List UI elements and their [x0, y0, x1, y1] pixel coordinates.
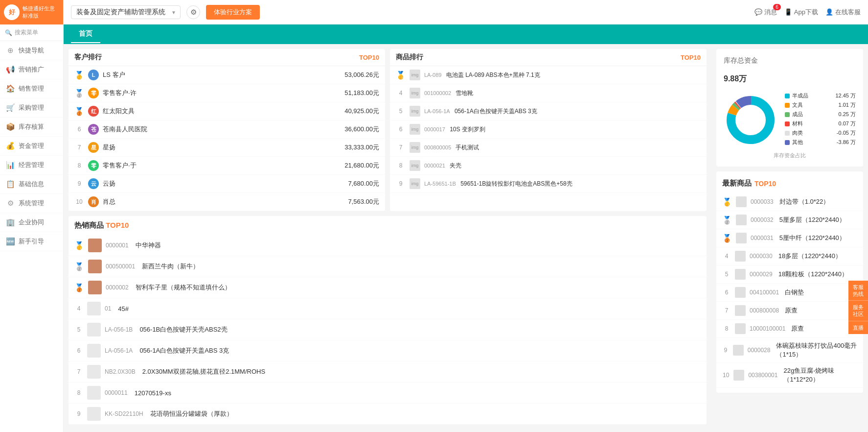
- product-code: 000800008: [750, 307, 779, 314]
- customer-avatar: 零: [88, 160, 99, 171]
- product-thumbnail: [736, 196, 747, 207]
- customer-amount: 40,925.00元: [344, 107, 379, 116]
- search-menu[interactable]: 🔍 搜索菜单: [0, 24, 63, 41]
- sidebar-item-guide[interactable]: 🆕 新手引导: [0, 232, 63, 251]
- product-name: 5厘多层（1220*2440）: [779, 216, 845, 224]
- medal-icon: 🥉: [74, 107, 84, 116]
- product-code: 001000002: [424, 90, 451, 96]
- product-ranking-top: TOP10: [681, 54, 701, 61]
- customer-row: 🥇 L LS 客户 53,006.26元: [69, 66, 385, 84]
- product-name: 夹壳: [450, 162, 461, 169]
- customer-name: 零售客户·于: [103, 161, 341, 170]
- customer-name: 星扬: [103, 143, 341, 152]
- legend-label: 肉类: [792, 129, 834, 137]
- sidebar-label-system: 系统管理: [19, 199, 44, 208]
- sidebar-item-sales[interactable]: 🏠 销售管理: [0, 79, 63, 98]
- donut-legend: 半成品 12.45 万 文具 1.01 万 成品 0.25 万 材料 0.07 …: [785, 92, 856, 148]
- donut-container: 半成品 12.45 万 文具 1.01 万 成品 0.25 万 材料 0.07 …: [724, 92, 856, 148]
- product-code: 004100001: [750, 289, 779, 296]
- rank-number: 9: [74, 180, 84, 187]
- customer-row: 8 零 零售客户·于 21,680.00元: [69, 157, 385, 175]
- header-right: 💬 消息 6 📱 App下载 👤 在线客服: [754, 8, 861, 17]
- new-product-row: 9 0000028 体碗荔枝味苏打饮品400毫升（1*15）: [716, 338, 863, 363]
- product-name: 10S 变刹罗刹: [450, 126, 485, 133]
- hot-products-header: 热销商品 TOP10: [69, 216, 707, 235]
- sidebar-item-basic-info[interactable]: 📋 基础信息: [0, 175, 63, 194]
- guide-icon: 🆕: [6, 237, 15, 246]
- product-name: 体碗荔枝味苏打饮品400毫升（1*15）: [776, 341, 857, 359]
- service-community-float-button[interactable]: 服务社区: [848, 301, 868, 321]
- rank-number: 8: [722, 325, 731, 332]
- product-ranking-title: 商品排行: [396, 53, 423, 62]
- rank-number: 5: [722, 271, 731, 278]
- sidebar-label-purchase: 采购管理: [19, 103, 44, 112]
- product-row: 9 img LA-59651-1B 59651-1B旋转投影灯电池盒ABS黑色+…: [390, 175, 707, 193]
- customer-row: 🥉 红 红太阳文具 40,925.00元: [69, 102, 385, 120]
- app-download-button[interactable]: 📱 App下载: [784, 8, 818, 17]
- legend-label: 材料: [792, 120, 836, 127]
- rank-number: 6: [722, 289, 731, 296]
- product-code: 01: [105, 305, 111, 312]
- product-name: 封边带（1.0*22）: [779, 197, 830, 206]
- hot-product-row: 🥈 000500001 新西兰牛肉（新牛）: [69, 256, 707, 277]
- rank-number: 4: [74, 305, 83, 312]
- legend-dot: [785, 112, 790, 117]
- legend-value: 12.45 万: [835, 92, 856, 99]
- feedback-float-button[interactable]: 直播: [848, 321, 868, 334]
- content-body: 客户排行 TOP10 🥇 L LS 客户 53,006.26元🥈 零 零售客户·…: [64, 44, 868, 432]
- product-code: 0000001: [106, 242, 129, 249]
- legend-dot: [785, 140, 790, 145]
- new-products-list: 🥇 0000033 封边带（1.0*22）🥈 0000032 5厘多层（1220…: [716, 193, 863, 388]
- product-info: 0000021 夹壳: [424, 162, 701, 170]
- product-thumb: img: [410, 88, 420, 98]
- customer-avatar: 星: [88, 142, 99, 153]
- new-products-panel: 最新商品 TOP10 🥇 0000033 封边带（1.0*22）🥈 000003…: [716, 171, 863, 393]
- product-thumb: img: [410, 160, 420, 171]
- product-info: LA-089 电池盖 LA-089 ABS本色+黑种 7.1克: [424, 71, 701, 79]
- customer-name: LS 客户: [103, 71, 341, 79]
- trial-button[interactable]: 体验行业方案: [206, 5, 260, 20]
- logo-text: 畅捷通好生意 标准版: [23, 5, 55, 20]
- product-code: 0000032: [751, 216, 774, 223]
- settings-icon[interactable]: ⚙: [186, 5, 200, 19]
- customer-row: 9 云 云扬 7,680.00元: [69, 175, 385, 193]
- new-product-row: 4 0000030 18多层（1220*2440）: [716, 247, 863, 265]
- product-thumbnail: [88, 239, 102, 252]
- medal-icon: 🥈: [722, 216, 732, 225]
- customer-row: 7 星 星扬 33,333.00元: [69, 139, 385, 157]
- sidebar-item-enterprise[interactable]: 🏢 企业协同: [0, 213, 63, 232]
- customer-service-float-button[interactable]: 客服热线: [848, 281, 868, 301]
- legend-item: 成品 0.25 万: [785, 111, 856, 118]
- new-product-row: 8 10000100001 原查: [716, 320, 863, 338]
- legend-item: 肉类 -0.05 万: [785, 129, 856, 137]
- product-row: 4 img 001000002 雪地靴: [390, 84, 707, 102]
- product-code: 0000011: [105, 389, 128, 396]
- product-row: 8 img 0000021 夹壳: [390, 157, 707, 175]
- tab-home[interactable]: 首页: [71, 25, 100, 43]
- new-product-row: 7 000800008 原查: [716, 302, 863, 320]
- sidebar-item-marketing[interactable]: 📢 营销推广: [0, 60, 63, 79]
- sidebar-label-operation: 经营管理: [19, 161, 44, 169]
- product-code: KK-SD22110H: [105, 410, 143, 417]
- legend-value: 1.01 万: [839, 101, 856, 109]
- sidebar-item-operation[interactable]: 📊 经营管理: [0, 156, 63, 175]
- product-code: 0000031: [751, 235, 774, 241]
- sidebar-item-system[interactable]: ⚙ 系统管理: [0, 194, 63, 213]
- rank-number: 7: [74, 144, 84, 151]
- sidebar-item-quick-nav[interactable]: ⊕ 快捷导航: [0, 41, 63, 60]
- sidebar-item-finance[interactable]: 💰 资金管理: [0, 137, 63, 156]
- rank-number: 4: [396, 90, 406, 96]
- inventory-icon: 📦: [6, 122, 15, 131]
- online-service-button[interactable]: 👤 在线客服: [825, 8, 861, 17]
- sidebar-item-inventory[interactable]: 📦 库存核算: [0, 118, 63, 137]
- system-name-selector[interactable]: 装备及固定资产辅助管理系统: [71, 5, 181, 19]
- product-name: 雪地靴: [456, 90, 473, 96]
- sidebar-item-purchase[interactable]: 🛒 采购管理: [0, 98, 63, 118]
- product-name: 白钢垫: [785, 288, 804, 297]
- inventory-title: 库存总资金: [724, 56, 856, 65]
- product-thumbnail: [88, 260, 102, 273]
- product-ranking-list: 🥇 img LA-089 电池盖 LA-089 ABS本色+黑种 7.1克 4 …: [390, 66, 707, 193]
- product-thumbnail: [87, 302, 101, 315]
- sidebar-label-basic-info: 基础信息: [19, 180, 44, 189]
- message-button[interactable]: 💬 消息 6: [754, 8, 777, 17]
